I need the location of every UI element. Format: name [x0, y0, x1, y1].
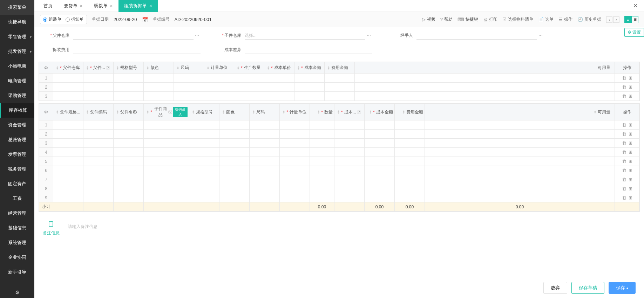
delete-icon[interactable]: 🗑	[622, 150, 626, 155]
sort-icon[interactable]: ▲▼	[222, 110, 225, 114]
tabs-close-all[interactable]: ✕	[630, 2, 640, 9]
sort-icon[interactable]: ▲▼	[237, 66, 239, 70]
table-row[interactable]: 5🗑⊞	[39, 157, 639, 166]
copy-icon[interactable]: ⊞	[629, 159, 632, 164]
copy-icon[interactable]: ⊞	[629, 131, 632, 137]
sidebar-item-inventory[interactable]: 库存核算	[0, 103, 34, 118]
ellipsis-icon[interactable]: ⋯	[537, 33, 544, 38]
copy-icon[interactable]: ⊞	[629, 195, 632, 200]
video-button[interactable]: ▷视频	[422, 16, 435, 22]
tab-request[interactable]: 要货单✕	[58, 0, 88, 12]
sort-icon[interactable]: ▲▼	[267, 66, 270, 70]
sidebar-item-xiaochang[interactable]: 小畅电商	[0, 59, 34, 74]
sort-icon[interactable]: ▲▼	[56, 66, 59, 70]
close-icon[interactable]: ✕	[110, 4, 113, 8]
sidebar-item-basic[interactable]: 基础信息	[0, 221, 34, 235]
sort-icon[interactable]: ▲▼	[207, 66, 209, 70]
sidebar-item-system[interactable]: 系统管理	[0, 235, 34, 250]
next-button[interactable]: ›	[613, 16, 619, 23]
sort-icon[interactable]: ▲▼	[147, 66, 149, 70]
table-row[interactable]: 4🗑⊞	[39, 148, 639, 157]
sort-icon[interactable]: ▲▼	[86, 66, 89, 70]
remarks-input[interactable]	[65, 220, 636, 234]
sidebar-item-ledger[interactable]: 总账管理	[0, 132, 34, 147]
sidebar-item-tax[interactable]: 税务管理	[0, 162, 34, 176]
select-doc-button[interactable]: 📄选单	[538, 16, 554, 22]
prev-button[interactable]: ‹	[606, 16, 612, 23]
delete-icon[interactable]: 🗑	[622, 186, 626, 191]
settings-button[interactable]: ⚙ 设置	[624, 28, 644, 37]
scan-tag[interactable]: 扫码录入	[173, 107, 188, 117]
copy-icon[interactable]: ⊞	[629, 177, 632, 182]
help-icon[interactable]: ?	[357, 110, 361, 114]
copy-icon[interactable]: ⊞	[629, 122, 632, 127]
child-warehouse-input[interactable]	[245, 32, 365, 40]
table-row[interactable]: 1🗑⊞	[39, 120, 639, 130]
table-row[interactable]: 7🗑⊞	[39, 175, 639, 184]
discard-button[interactable]: 放弃	[543, 282, 567, 294]
ellipsis-icon[interactable]: ⋯	[365, 33, 372, 38]
delete-icon[interactable]: 🗑	[622, 159, 626, 164]
copy-icon[interactable]: ⊞	[629, 93, 632, 99]
sidebar-item-invoice[interactable]: 发票管理	[0, 147, 34, 162]
tab-transfer[interactable]: 调拨单✕	[88, 0, 118, 12]
close-icon[interactable]: ✕	[149, 4, 152, 8]
table-settings[interactable]: ⚙	[39, 62, 53, 74]
sort-icon[interactable]: ▲▼	[297, 66, 300, 70]
delete-icon[interactable]: 🗑	[622, 122, 626, 127]
copy-icon[interactable]: ⊞	[629, 75, 632, 81]
table-row[interactable]: 6🗑⊞	[39, 166, 639, 175]
save-button[interactable]: 保存▴	[609, 282, 636, 294]
sidebar-item-retail[interactable]: 零售管理▾	[0, 29, 34, 44]
sort-icon[interactable]: ▲▼	[116, 110, 119, 114]
sort-icon[interactable]: ▲▼	[337, 110, 340, 114]
tab-assemble[interactable]: 组装拆卸单✕	[118, 0, 158, 12]
sort-icon[interactable]: ▲▼	[192, 110, 195, 114]
ellipsis-icon[interactable]: ⋯	[194, 33, 201, 38]
sidebar-item-fixed-assets[interactable]: 固定资产	[0, 176, 34, 191]
view-list[interactable]: ≡	[624, 16, 631, 23]
copy-icon[interactable]: ⊞	[629, 140, 632, 146]
sort-icon[interactable]: ▲▼	[369, 110, 372, 114]
save-draft-button[interactable]: 保存草稿	[571, 282, 604, 294]
sidebar-item-ecommerce[interactable]: 电商管理	[0, 74, 34, 88]
copy-icon[interactable]: ⊞	[629, 168, 632, 173]
sidebar-item-purchase[interactable]: 采购管理	[0, 88, 34, 103]
gear-icon[interactable]: ⚙	[15, 290, 20, 295]
view-grid[interactable]: ⊞	[631, 16, 638, 23]
delete-icon[interactable]: 🗑	[622, 131, 626, 137]
sidebar-item-wholesale[interactable]: 批发管理▾	[0, 44, 34, 59]
table-row[interactable]: 2🗑⊞	[39, 130, 639, 139]
table-row[interactable]: 8🗑⊞	[39, 184, 639, 193]
shortcut-button[interactable]: ⌨快捷键	[457, 16, 478, 22]
sidebar-item-quick-nav[interactable]: 快捷导航	[0, 15, 34, 29]
tab-home[interactable]: 首页	[38, 0, 58, 12]
table-row[interactable]: 2🗑⊞	[39, 83, 639, 92]
sort-icon[interactable]: ▲▼	[327, 66, 330, 70]
radio-assemble[interactable]: 组装单	[43, 16, 61, 22]
sidebar-item-guide[interactable]: 新手引导	[0, 265, 34, 279]
table-row[interactable]: 1🗑⊞	[39, 74, 639, 83]
sort-icon[interactable]: ▲▼	[317, 110, 320, 114]
table-row[interactable]: 3🗑⊞	[39, 92, 639, 101]
sidebar-item-collab[interactable]: 企业协同	[0, 250, 34, 265]
help-icon[interactable]: ?	[168, 110, 172, 114]
sidebar-item-search[interactable]: 搜索菜单	[0, 0, 34, 15]
help-icon[interactable]: ?	[106, 66, 110, 70]
date-value[interactable]: 2022-09-20	[114, 17, 137, 22]
copy-icon[interactable]: ⊞	[629, 186, 632, 191]
table-row[interactable]: 9🗑⊞	[39, 193, 639, 202]
delete-icon[interactable]: 🗑	[622, 84, 626, 90]
select-material-button[interactable]: ☑选择物料清单	[502, 16, 533, 22]
parent-warehouse-input[interactable]	[73, 32, 194, 40]
sidebar-item-operation[interactable]: 经营管理	[0, 206, 34, 221]
delete-icon[interactable]: 🗑	[622, 75, 626, 81]
table-row[interactable]: 3🗑⊞	[39, 139, 639, 148]
sort-icon[interactable]: ▲▼	[594, 110, 596, 114]
close-icon[interactable]: ✕	[80, 4, 83, 8]
teardown-fee-input[interactable]	[73, 46, 201, 54]
copy-icon[interactable]: ⊞	[629, 150, 632, 155]
sidebar-item-funds[interactable]: 资金管理	[0, 118, 34, 132]
sort-icon[interactable]: ▲▼	[116, 66, 119, 70]
delete-icon[interactable]: 🗑	[622, 177, 626, 182]
